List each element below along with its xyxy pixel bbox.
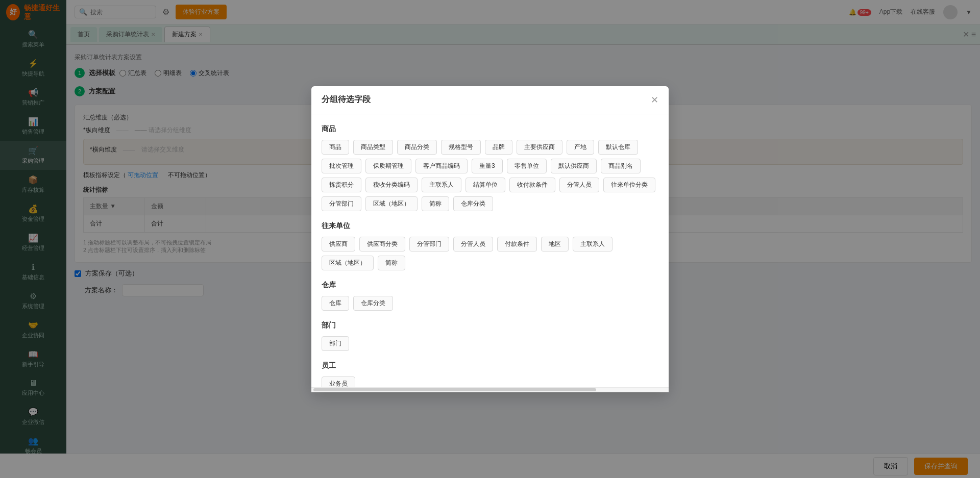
field-section-0: 商品商品商品类型商品分类规格型号品牌主要供应商产地默认仓库批次管理保质期管理客户…: [322, 124, 658, 211]
field-tag-0-10[interactable]: 客户商品编码: [415, 159, 468, 173]
modal-body: 商品商品商品类型商品分类规格型号品牌主要供应商产地默认仓库批次管理保质期管理客户…: [311, 114, 669, 305]
field-tag-0-12[interactable]: 零售单位: [507, 159, 547, 173]
field-tag-2-0[interactable]: 仓库: [322, 296, 349, 305]
field-tag-0-21[interactable]: 往来单位分类: [603, 178, 655, 192]
field-section-title-2: 仓库: [322, 281, 658, 290]
field-tag-1-8[interactable]: 简称: [378, 256, 405, 270]
field-section-2: 仓库仓库仓库分类: [322, 281, 658, 305]
field-section-title-0: 商品: [322, 124, 658, 134]
field-tag-1-2[interactable]: 分管部门: [409, 237, 449, 251]
modal-close-btn[interactable]: ✕: [651, 94, 658, 106]
field-tags-0: 商品商品类型商品分类规格型号品牌主要供应商产地默认仓库批次管理保质期管理客户商品…: [322, 140, 658, 211]
field-tag-1-5[interactable]: 地区: [541, 237, 569, 251]
field-tag-0-24[interactable]: 简称: [422, 196, 449, 211]
field-tag-0-14[interactable]: 商品别名: [601, 159, 641, 173]
field-tag-0-22[interactable]: 分管部门: [322, 196, 361, 211]
field-tag-0-16[interactable]: 税收分类编码: [365, 178, 418, 192]
field-tag-0-7[interactable]: 默认仓库: [598, 140, 638, 155]
field-section-1: 往来单位供应商供应商分类分管部门分管人员付款条件地区主联系人区域（地区）简称: [322, 221, 658, 270]
field-tag-2-1[interactable]: 仓库分类: [353, 296, 393, 305]
field-tags-1: 供应商供应商分类分管部门分管人员付款条件地区主联系人区域（地区）简称: [322, 237, 658, 270]
field-tag-0-25[interactable]: 仓库分类: [453, 196, 493, 211]
field-tag-1-7[interactable]: 区域（地区）: [322, 256, 374, 270]
field-tag-1-0[interactable]: 供应商: [322, 237, 355, 251]
field-tag-1-4[interactable]: 付款条件: [497, 237, 537, 251]
field-tag-1-3[interactable]: 分管人员: [453, 237, 493, 251]
field-tag-1-6[interactable]: 主联系人: [573, 237, 612, 251]
field-tags-2: 仓库仓库分类: [322, 296, 658, 305]
modal-title: 分组待选字段: [322, 94, 371, 105]
field-tag-1-1[interactable]: 供应商分类: [359, 237, 405, 251]
field-tag-0-6[interactable]: 产地: [567, 140, 594, 155]
field-tag-0-11[interactable]: 重量3: [472, 159, 503, 173]
field-tag-0-4[interactable]: 品牌: [485, 140, 512, 155]
field-tag-0-20[interactable]: 分管人员: [559, 178, 599, 192]
field-tag-0-13[interactable]: 默认供应商: [551, 159, 597, 173]
field-select-modal: 分组待选字段 ✕ 商品商品商品类型商品分类规格型号品牌主要供应商产地默认仓库批次…: [311, 86, 669, 305]
field-tag-0-5[interactable]: 主要供应商: [517, 140, 562, 155]
modal-header: 分组待选字段 ✕: [311, 86, 669, 114]
field-tag-0-19[interactable]: 收付款条件: [509, 178, 555, 192]
field-tag-0-1[interactable]: 商品类型: [353, 140, 393, 155]
field-tag-0-18[interactable]: 结算单位: [465, 178, 505, 192]
field-tag-0-2[interactable]: 商品分类: [397, 140, 437, 155]
field-tag-0-0[interactable]: 商品: [322, 140, 349, 155]
field-tag-0-3[interactable]: 规格型号: [441, 140, 481, 155]
modal-overlay: 分组待选字段 ✕ 商品商品商品类型商品分类规格型号品牌主要供应商产地默认仓库批次…: [0, 0, 980, 305]
field-tag-0-15[interactable]: 拣货积分: [322, 178, 361, 192]
field-tag-0-8[interactable]: 批次管理: [322, 159, 361, 173]
field-tag-0-17[interactable]: 主联系人: [422, 178, 461, 192]
field-tag-0-23[interactable]: 区域（地区）: [365, 196, 418, 211]
field-tag-0-9[interactable]: 保质期管理: [365, 159, 411, 173]
field-section-title-1: 往来单位: [322, 221, 658, 231]
